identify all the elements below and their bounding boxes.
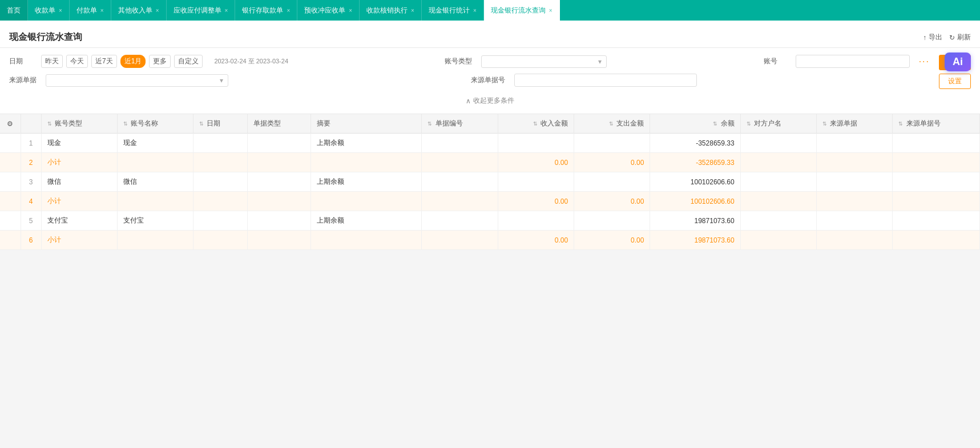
nav-cash-bank-flow[interactable]: 现金银行流水查询 × (484, 0, 560, 21)
td-source-doc (816, 153, 892, 172)
nav-prepay-offset-close[interactable]: × (349, 7, 352, 14)
th-account-name[interactable]: ⇅ 账号名称 (117, 114, 193, 134)
td-summary (311, 231, 422, 250)
td-gear (0, 134, 21, 153)
td-doc-type (247, 192, 311, 211)
settings-button[interactable]: 设置 (939, 74, 971, 89)
nav-ar-ap-adjust[interactable]: 应收应付调整单 × (167, 0, 236, 21)
nav-prepay-offset-label: 预收冲应收单 (304, 6, 345, 15)
td-date (193, 172, 247, 192)
nav-prepay-offset[interactable]: 预收冲应收单 × (297, 0, 360, 21)
th-doc-type: 单据类型 (247, 114, 311, 134)
nav-cash-bank-stat-close[interactable]: × (473, 7, 477, 14)
page-header: 现金银行流水查询 ↑ 导出 ↻ 刷新 (0, 21, 980, 48)
sort-icon: ⇅ (898, 121, 903, 127)
td-source-doc (816, 211, 892, 231)
td-balance: 100102606.60 (650, 172, 740, 192)
td-expense: 0.00 (574, 192, 650, 211)
td-account-name (117, 153, 193, 172)
th-balance[interactable]: ⇅ 余额 (650, 114, 740, 134)
td-doc-type (247, 211, 311, 231)
export-label: 导出 (929, 33, 942, 42)
nav-receipt-close[interactable]: × (59, 7, 62, 14)
td-expense (574, 211, 650, 231)
nav-payment-label: 付款单 (76, 6, 97, 15)
nav-cash-bank-stat[interactable]: 现金银行统计 × (422, 0, 484, 21)
date-btn-1month[interactable]: 近1月 (120, 55, 146, 68)
date-btn-custom[interactable]: 自定义 (174, 55, 203, 68)
column-settings-icon[interactable]: ⚙ (7, 120, 13, 128)
td-account-name: 现金 (117, 134, 193, 153)
th-expense[interactable]: ⇅ 支出金额 (574, 114, 650, 134)
nav-other-income-close[interactable]: × (156, 7, 159, 14)
table-row[interactable]: 3微信微信上期余额100102606.60 (0, 172, 980, 192)
th-counterpart[interactable]: ⇅ 对方户名 (740, 114, 816, 134)
td-income (498, 211, 574, 231)
table-row[interactable]: 2小计0.000.00-3528659.33 (0, 153, 980, 172)
account-input[interactable] (796, 55, 910, 68)
nav-home[interactable]: 首页 (0, 0, 28, 21)
account-dots-button[interactable]: ··· (919, 56, 930, 67)
td-doc-no (422, 172, 498, 192)
nav-bank-deposit-label: 银行存取款单 (242, 6, 283, 15)
td-account-name: 微信 (117, 172, 193, 192)
th-income[interactable]: ⇅ 收入金额 (498, 114, 574, 134)
td-balance: 100102606.60 (650, 192, 740, 211)
nav-bank-deposit-close[interactable]: × (287, 7, 290, 14)
td-account-name (117, 192, 193, 211)
nav-bank-deposit[interactable]: 银行存取款单 × (235, 0, 297, 21)
table-row[interactable]: 5支付宝支付宝上期余额19871073.60 (0, 211, 980, 231)
th-gear[interactable]: ⚙ (0, 114, 21, 134)
source-doc-no-input[interactable] (514, 74, 697, 87)
nav-payment[interactable]: 付款单 × (70, 0, 111, 21)
td-account-type: 微信 (41, 172, 117, 192)
nav-other-income[interactable]: 其他收入单 × (111, 0, 167, 21)
nav-ar-ap-adjust-close[interactable]: × (225, 7, 228, 14)
refresh-button[interactable]: ↻ 刷新 (949, 33, 971, 42)
td-summary (311, 192, 422, 211)
date-btn-more[interactable]: 更多 (149, 55, 171, 68)
sort-icon: ⇅ (713, 121, 717, 127)
nav-receipt-verify-close[interactable]: × (411, 7, 414, 14)
collapse-label: 收起更多条件 (473, 96, 514, 106)
date-btn-today[interactable]: 今天 (66, 55, 88, 68)
source-doc-select[interactable]: ▾ (46, 74, 228, 87)
th-source-doc[interactable]: ⇅ 来源单据 (816, 114, 892, 134)
td-seq: 2 (21, 153, 41, 172)
th-doc-no[interactable]: ⇅ 单据编号 (422, 114, 498, 134)
td-account-type: 小计 (41, 231, 117, 250)
table-row[interactable]: 4小计0.000.00100102606.60 (0, 192, 980, 211)
date-btn-yesterday[interactable]: 昨天 (41, 55, 63, 68)
nav-payment-close[interactable]: × (100, 7, 104, 14)
nav-cash-bank-flow-close[interactable]: × (549, 7, 552, 14)
td-doc-no (422, 211, 498, 231)
th-source-doc-no[interactable]: ⇅ 来源单据号 (893, 114, 980, 134)
td-source-doc (816, 231, 892, 250)
sort-icon: ⇅ (822, 121, 827, 127)
nav-receipt-verify[interactable]: 收款核销执行 × (360, 0, 422, 21)
ai-badge[interactable]: Ai (945, 53, 971, 71)
date-options: 昨天 今天 近7天 近1月 更多 自定义 (41, 55, 203, 68)
page-title: 现金银行流水查询 (9, 31, 82, 43)
td-doc-no (422, 153, 498, 172)
td-balance: -3528659.33 (650, 134, 740, 153)
export-button[interactable]: ↑ 导出 (923, 33, 942, 42)
nav-receipt[interactable]: 收款单 × (28, 0, 70, 21)
date-label: 日期 (9, 56, 32, 66)
td-income: 0.00 (498, 231, 574, 250)
sort-icon: ⇅ (199, 121, 204, 127)
source-doc-no-label: 来源单据号 (471, 75, 505, 85)
td-seq: 4 (21, 192, 41, 211)
th-account-type[interactable]: ⇅ 账号类型 (41, 114, 117, 134)
date-btn-7days[interactable]: 近7天 (91, 55, 117, 68)
td-account-type: 小计 (41, 192, 117, 211)
table-row[interactable]: 1现金现金上期余额-3528659.33 (0, 134, 980, 153)
td-source-doc-no (893, 172, 980, 192)
td-summary: 上期余额 (311, 134, 422, 153)
th-date[interactable]: ⇅ 日期 (193, 114, 247, 134)
sort-icon: ⇅ (533, 121, 538, 127)
account-type-select[interactable]: ▾ (481, 55, 607, 68)
collapse-bar[interactable]: ∧ 收起更多条件 (9, 92, 971, 107)
account-type-chevron-icon: ▾ (598, 58, 602, 66)
table-row[interactable]: 6小计0.000.0019871073.60 (0, 231, 980, 250)
